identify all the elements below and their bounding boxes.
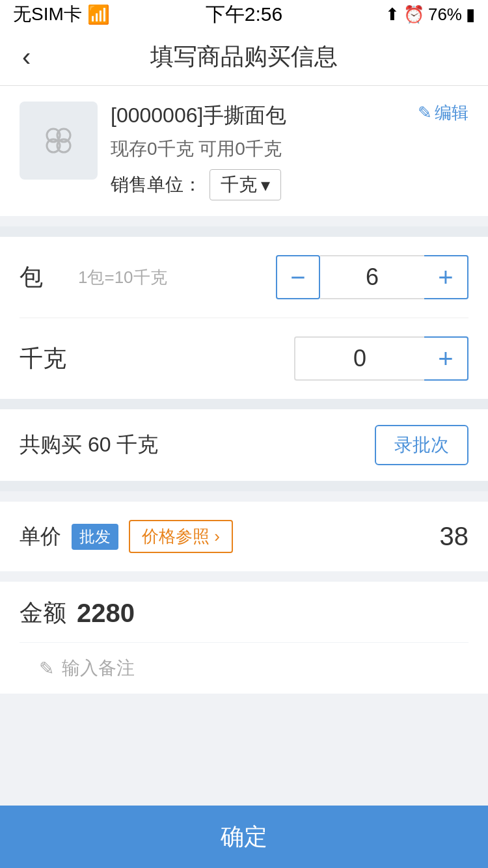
product-name-row: [0000006]手撕面包 ✎ 编辑	[111, 102, 468, 130]
amount-value: 2280	[77, 599, 135, 628]
bag-quantity-control: − +	[276, 255, 468, 299]
total-batch-row: 共购买 60 千克 录批次	[0, 409, 488, 481]
bag-quantity-input[interactable]	[320, 255, 424, 299]
time-label: 下午2:56	[206, 1, 282, 28]
bag-label: 包	[20, 262, 72, 293]
product-unit-row: 销售单位： 千克 ▾	[111, 169, 468, 200]
product-name: [0000006]手撕面包	[111, 102, 418, 130]
separator-2	[0, 399, 488, 409]
batch-button[interactable]: 录批次	[375, 425, 468, 465]
amount-section: 金额 2280 ✎ 输入备注	[0, 571, 488, 694]
note-input[interactable]: 输入备注	[62, 656, 135, 681]
product-info: [0000006]手撕面包 ✎ 编辑 现存0千克 可用0千克 销售单位： 千克 …	[111, 102, 468, 200]
amount-row: 金额 2280	[20, 597, 468, 642]
product-stock: 现存0千克 可用0千克	[111, 137, 468, 161]
price-value: 38	[440, 522, 469, 551]
amount-label: 金额	[20, 597, 66, 629]
price-section: 单价 批发 价格参照 › 38	[0, 502, 488, 571]
note-row[interactable]: ✎ 输入备注	[20, 642, 468, 694]
kg-input-row: 千克 +	[20, 318, 468, 399]
dropdown-icon: ▾	[261, 174, 270, 196]
confirm-button[interactable]: 确定	[221, 821, 267, 853]
kg-increment-button[interactable]: +	[424, 336, 468, 381]
kg-quantity-control: +	[294, 336, 468, 381]
total-label: 共购买 60 千克	[20, 431, 158, 459]
back-button[interactable]: ‹	[16, 36, 37, 78]
price-reference-button[interactable]: 价格参照 ›	[129, 520, 233, 553]
price-label: 单价	[20, 522, 61, 551]
separator-1	[0, 226, 488, 237]
confirm-bar[interactable]: 确定	[0, 806, 488, 868]
product-thumbnail	[20, 102, 98, 180]
product-placeholder-icon	[39, 121, 78, 160]
kg-quantity-input[interactable]	[294, 336, 424, 381]
edit-label: 编辑	[435, 102, 468, 124]
carrier-label: 无SIM卡	[13, 2, 82, 27]
nav-bar: ‹ 填写商品购买信息	[0, 29, 488, 86]
wifi-icon: 📶	[87, 4, 110, 25]
status-right: ⬆ ⏰ 76% ▮	[385, 5, 475, 25]
bag-decrement-button[interactable]: −	[276, 255, 320, 299]
unit-selector[interactable]: 千克 ▾	[210, 169, 281, 200]
battery-icon: ▮	[466, 5, 475, 25]
unit-label: 销售单位：	[111, 172, 202, 197]
price-badge: 批发	[72, 524, 118, 550]
edit-button[interactable]: ✎ 编辑	[418, 102, 468, 124]
location-icon: ⬆	[385, 5, 400, 25]
status-left: 无SIM卡 📶	[13, 2, 110, 27]
bag-input-row: 包 1包=10千克 − +	[20, 237, 468, 318]
status-bar: 无SIM卡 📶 下午2:56 ⬆ ⏰ 76% ▮	[0, 0, 488, 29]
unit-value: 千克	[221, 172, 257, 197]
kg-label: 千克	[20, 343, 72, 375]
page-title: 填写商品购买信息	[150, 41, 338, 73]
separator-3	[0, 481, 488, 491]
input-section: 包 1包=10千克 − + 千克 +	[0, 237, 488, 399]
note-icon: ✎	[39, 658, 54, 679]
edit-icon: ✎	[418, 103, 432, 123]
alarm-icon: ⏰	[403, 5, 424, 25]
battery-label: 76%	[428, 5, 462, 25]
bag-increment-button[interactable]: +	[424, 255, 468, 299]
bag-hint: 1包=10千克	[78, 266, 276, 289]
product-card: [0000006]手撕面包 ✎ 编辑 现存0千克 可用0千克 销售单位： 千克 …	[0, 86, 488, 216]
